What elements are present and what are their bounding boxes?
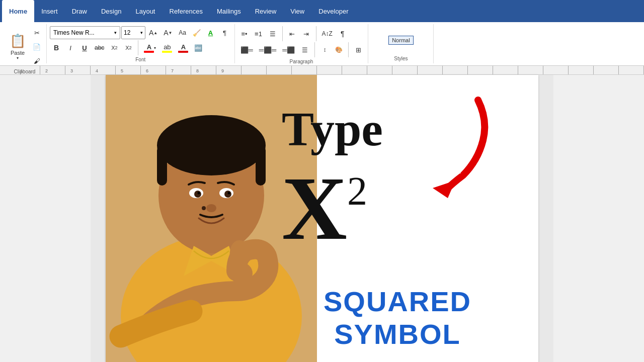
font-size-value: 12	[124, 29, 130, 36]
tab-design[interactable]: Design	[94, 0, 128, 22]
ruler-mark-4: 4	[96, 68, 98, 73]
paste-dropdown-icon: ▾	[17, 56, 19, 60]
font-dropdown-icon: ▾	[114, 30, 117, 35]
ruler: 1 2 3 4 5 6 7 8 9	[0, 66, 644, 75]
svg-rect-5	[157, 145, 167, 186]
tab-mailings[interactable]: Mailings	[210, 0, 248, 22]
tab-insert[interactable]: Insert	[34, 0, 65, 22]
font-color-button[interactable]: A ▾	[141, 41, 158, 54]
align-left-button[interactable]: ⬛═	[238, 43, 256, 56]
ruler-mark-3: 3	[70, 68, 73, 73]
superscript-button[interactable]: X2	[122, 41, 135, 54]
sep2	[282, 26, 283, 41]
font-name-selector[interactable]: Times New R... ▾	[50, 26, 120, 39]
copy-button[interactable]: 📄	[30, 40, 43, 53]
ruler-mark-9: 9	[221, 68, 224, 73]
ruler-inner: 1 2 3 4 5 6 7 8 9	[15, 66, 644, 74]
text-color2-display: A	[178, 43, 188, 53]
svg-point-15	[202, 206, 206, 210]
font-size-selector[interactable]: 12 ▾	[121, 26, 145, 39]
ruler-mark-1: 1	[20, 68, 23, 73]
font-style-button[interactable]: 🔤	[192, 41, 205, 54]
styles-row: Normal	[371, 26, 430, 54]
svg-point-12	[228, 192, 230, 195]
ruler-mark-7: 7	[171, 68, 174, 73]
right-margin	[538, 75, 553, 362]
tab-layout[interactable]: Layout	[128, 0, 162, 22]
tab-draw[interactable]: Draw	[65, 0, 94, 22]
sep4	[314, 42, 315, 57]
svg-point-10	[224, 191, 231, 198]
highlight-color-button[interactable]: ab	[159, 41, 175, 54]
x-character: X	[282, 163, 347, 254]
left-margin	[91, 75, 106, 362]
italic-button[interactable]: I	[64, 41, 77, 54]
svg-point-9	[194, 191, 201, 198]
paragraph-row2: ⬛═ ═⬛═ ═⬛ ☰ ↕ 🎨 ⊞	[238, 42, 365, 57]
document-area: Type X 2 SQUARED SYMBOL	[0, 75, 644, 362]
bullets-button[interactable]: ≡•	[238, 27, 251, 40]
styles-label: Styles	[371, 55, 430, 61]
justify-button[interactable]: ☰	[298, 43, 311, 56]
bold-button[interactable]: B	[50, 41, 63, 54]
tab-bar: Home Insert Draw Design Layout Reference…	[0, 0, 644, 22]
sort-button[interactable]: A↕Z	[319, 27, 335, 40]
align-center-button[interactable]: ═⬛═	[257, 43, 279, 56]
paragraph-mark-button[interactable]: ¶	[218, 26, 231, 39]
underline-button[interactable]: U	[78, 41, 91, 54]
font-size-dropdown-icon: ▾	[140, 30, 143, 35]
tab-home[interactable]: Home	[2, 0, 34, 22]
paste-button[interactable]: 📋 Paste ▾	[6, 34, 29, 60]
subscript-button[interactable]: X2	[108, 41, 121, 54]
svg-point-11	[198, 192, 200, 195]
decrease-indent-button[interactable]: ⇤	[286, 27, 299, 40]
paragraph-row1: ≡• ≡1 ☰ ⇤ ⇥ A↕Z ¶	[238, 26, 365, 41]
document-page[interactable]: Type X 2 SQUARED SYMBOL	[106, 75, 538, 362]
paragraph-label: Paragraph	[238, 58, 365, 64]
svg-marker-16	[433, 180, 455, 198]
decrease-font-button[interactable]: A▼	[161, 26, 175, 39]
cut-button[interactable]: ✂	[30, 26, 43, 39]
show-formatting-button[interactable]: ¶	[336, 27, 349, 40]
tab-references[interactable]: References	[163, 0, 210, 22]
borders-button[interactable]: ⊞	[352, 43, 365, 56]
font-color-bar	[144, 51, 154, 53]
arrow-svg	[397, 90, 498, 216]
ribbon: Home Insert Draw Design Layout Reference…	[0, 0, 644, 66]
strikethrough-button[interactable]: abc	[92, 41, 107, 54]
text-color2-button[interactable]: A	[176, 41, 191, 54]
tab-review[interactable]: Review	[248, 0, 284, 22]
sep5	[348, 42, 349, 57]
paste-icon: 📋	[10, 33, 26, 49]
normal-style-button[interactable]: Normal	[388, 36, 413, 45]
font-row2: B I U abc X2 X2 A ▾ ab	[50, 40, 231, 55]
clear-formatting-button[interactable]: 🧹	[190, 26, 203, 39]
multilevel-list-button[interactable]: ☰	[266, 27, 279, 40]
font-name-value: Times New R...	[53, 29, 95, 36]
red-arrow	[397, 90, 498, 218]
font-group: Times New R... ▾ 12 ▾ A▲ A▼ Aa 🧹 A ¶ B I…	[47, 24, 235, 63]
ruler-mark-6: 6	[146, 68, 148, 73]
font-label: Font	[50, 56, 231, 62]
font-color-display: A	[144, 43, 154, 53]
superscript-2: 2	[347, 168, 367, 214]
paste-label: Paste	[11, 50, 25, 56]
text-color2-bar	[178, 51, 188, 53]
line-spacing-button[interactable]: ↕	[318, 43, 331, 56]
svg-point-13	[206, 204, 216, 212]
shading-button[interactable]: 🎨	[332, 43, 345, 56]
numbering-button[interactable]: ≡1	[252, 27, 265, 40]
text-effects-button[interactable]: A	[204, 26, 217, 39]
font-color-dropdown[interactable]: ▾	[154, 46, 156, 50]
change-case-button[interactable]: Aa	[176, 26, 189, 39]
font-row1: Times New R... ▾ 12 ▾ A▲ A▼ Aa 🧹 A ¶	[50, 26, 231, 39]
tab-view[interactable]: View	[283, 0, 311, 22]
ruler-mark-2: 2	[45, 68, 48, 73]
sep1	[138, 40, 138, 55]
clipboard-row: 📋 Paste ▾ ✂ 📄 🖌	[6, 26, 43, 67]
tab-developer[interactable]: Developer	[311, 0, 355, 22]
increase-font-button[interactable]: A▲	[146, 26, 160, 39]
styles-group: Normal Styles	[368, 24, 434, 63]
increase-indent-button[interactable]: ⇥	[300, 27, 313, 40]
align-right-button[interactable]: ═⬛	[280, 43, 297, 56]
